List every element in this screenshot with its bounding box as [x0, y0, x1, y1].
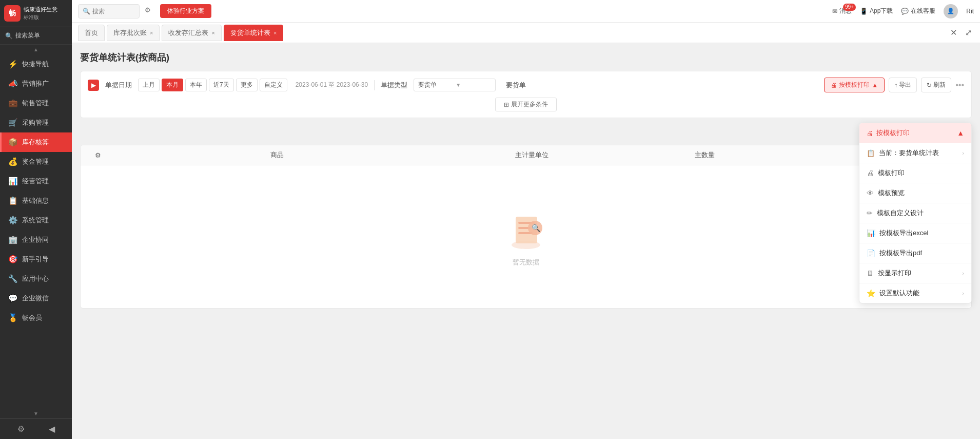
nav-label-system: 系统管理	[22, 216, 49, 225]
topbar-search-box[interactable]: 🔍	[78, 4, 140, 18]
th-quantity: 主数量	[618, 150, 791, 160]
dropdown-display-print[interactable]: 🖥 按显示打印 ›	[859, 263, 971, 283]
dropdown-template-print[interactable]: 🖨 模板打印	[859, 163, 971, 183]
current-template-arrow: ›	[962, 150, 964, 156]
sidebar-item-inventory[interactable]: 📦 库存核算	[0, 132, 72, 152]
dropdown-template-custom[interactable]: ✏ 模板自定义设计	[859, 203, 971, 223]
nav-label-marketing: 营销推广	[22, 79, 49, 88]
expand-more-btn[interactable]: ⊞ 展开更多条件	[495, 98, 557, 111]
filter-expand-btn[interactable]: ▶	[88, 80, 99, 91]
date-option-last-7days[interactable]: 近7天	[209, 79, 234, 91]
search-input[interactable]	[92, 8, 133, 15]
tab-inventory-batch[interactable]: 库存批次账×	[107, 25, 160, 41]
tabs-bar-actions: ✕ ⤢	[948, 26, 974, 40]
customer-service-btn[interactable]: 💬 在线客服	[901, 7, 935, 15]
nav-label-purchase: 采购管理	[22, 118, 49, 127]
tab-close-order-stat[interactable]: ×	[273, 30, 277, 36]
dropdown-current-item[interactable]: 📋 当前：要货单统计表 ›	[859, 143, 971, 163]
nav-label-enterprise: 企业协同	[22, 235, 49, 244]
filter-more-row: ⊞ 展开更多条件	[88, 98, 964, 111]
nav-icon-purchase: 🛒	[8, 118, 18, 127]
sidebar-scroll-up[interactable]: ▲	[0, 45, 72, 54]
date-option-current-month[interactable]: 本月	[162, 79, 183, 91]
default-func-arrow: ›	[962, 290, 964, 296]
filter-bar: ▶ 单据日期 上月本月本年近7天更多自定义 2023-06-01 至 2023-…	[80, 71, 972, 118]
nav-label-sales: 销售管理	[22, 99, 49, 108]
print-icon: 🖨	[831, 82, 837, 89]
order-type-select[interactable]: 要货单 ▼	[414, 79, 496, 91]
th-unit: 主计量单位	[446, 150, 619, 160]
dropdown-template-export-excel[interactable]: 📊 按模板导出excel	[859, 223, 971, 243]
tab-label-home: 首页	[85, 28, 98, 37]
settings-icon[interactable]: ⚙	[17, 424, 25, 434]
avatar[interactable]: 👤	[944, 4, 958, 18]
nav-label-basic: 基础信息	[22, 196, 49, 205]
date-option-last-month[interactable]: 上月	[138, 79, 160, 91]
dropdown-close-btn[interactable]: ▲	[957, 129, 964, 137]
tab-receipt-summary[interactable]: 收发存汇总表×	[162, 25, 221, 41]
sidebar-item-newcomer[interactable]: 🎯 新手引导	[0, 250, 72, 269]
sidebar-item-sales[interactable]: 💼 销售管理	[0, 93, 72, 113]
message-btn[interactable]: ✉ 消息 99+	[832, 7, 852, 15]
print-header-icon: 🖨	[867, 129, 873, 137]
sidebar-item-finance[interactable]: 💰 资金管理	[0, 152, 72, 171]
refresh-btn[interactable]: ↻ 刷新	[921, 78, 951, 92]
select-arrow-icon: ▼	[456, 82, 491, 88]
nav-icon-basic: 📋	[8, 196, 18, 205]
dropdown-template-export-pdf[interactable]: 📄 按模板导出pdf	[859, 243, 971, 263]
tabs-container: 首页库存批次账×收发存汇总表×要货单统计表×	[78, 25, 283, 41]
template-preview-icon: 👁	[867, 189, 874, 197]
tab-label-receipt-summary: 收发存汇总表	[168, 28, 208, 37]
sidebar-item-wechat[interactable]: 💬 企业微信	[0, 289, 72, 308]
sidebar-item-marketing[interactable]: 📣 营销推广	[0, 74, 72, 93]
nav-icon-system: ⚙️	[8, 216, 18, 225]
dropdown-template-preview[interactable]: 👁 模板预览	[859, 183, 971, 203]
tab-label-inventory-batch: 库存批次账	[113, 28, 147, 37]
tab-close-receipt-summary[interactable]: ×	[211, 30, 214, 36]
app-download-btn[interactable]: 📱 App下载	[860, 7, 893, 15]
tab-home[interactable]: 首页	[78, 25, 105, 41]
filter-row: ▶ 单据日期 上月本月本年近7天更多自定义 2023-06-01 至 2023-…	[88, 78, 964, 92]
sidebar-nav: ⚡ 快捷导航 📣 营销推广 💼 销售管理 🛒 采购管理 📦 库存核算 💰 资金管…	[0, 54, 72, 409]
filter-separator	[374, 80, 375, 90]
sidebar-item-basic[interactable]: 📋 基础信息	[0, 191, 72, 211]
more-options-btn[interactable]: •••	[955, 81, 964, 90]
nav-icon-quick-nav: ⚡	[8, 60, 18, 69]
empty-illustration: 🔍	[500, 206, 552, 258]
dropdown-default-func[interactable]: ⭐ 设置默认功能 ›	[859, 283, 971, 303]
topbar-settings-icon[interactable]: ⚙	[145, 6, 155, 16]
main-area: 🔍 ⚙ 体验行业方案 ✉ 消息 99+ 📱 App下载 💬 在线客服 👤 Rit	[72, 0, 980, 439]
maximize-btn[interactable]: ⤢	[963, 26, 974, 40]
sidebar-scroll-down[interactable]: ▼	[0, 409, 72, 418]
export-btn[interactable]: ↑ 导出	[889, 78, 917, 92]
date-option-more[interactable]: 更多	[236, 79, 258, 91]
nav-label-finance: 资金管理	[22, 157, 49, 166]
action-buttons: 查询 设置	[80, 124, 972, 140]
logo-icon: 畅	[4, 5, 21, 22]
page-title: 要货单统计表(按商品)	[80, 51, 972, 64]
nav-icon-member: 🏅	[8, 313, 18, 322]
date-option-current-year[interactable]: 本年	[185, 79, 207, 91]
sidebar-item-member[interactable]: 🏅 畅会员	[0, 308, 72, 328]
sidebar-search[interactable]: 🔍 搜索菜单	[0, 27, 72, 45]
nav-label-operation: 经营管理	[22, 177, 49, 186]
tab-close-inventory-batch[interactable]: ×	[150, 30, 153, 36]
sidebar-item-purchase[interactable]: 🛒 采购管理	[0, 113, 72, 132]
tab-order-stat[interactable]: 要货单统计表×	[224, 25, 283, 41]
sidebar-item-system[interactable]: ⚙️ 系统管理	[0, 211, 72, 230]
table-header: ⚙ 商品 主计量单位 主数量 零售金额	[81, 145, 971, 165]
sidebar-item-appstore[interactable]: 🔧 应用中心	[0, 269, 72, 289]
experience-btn[interactable]: 体验行业方案	[160, 4, 211, 18]
nav-label-appstore: 应用中心	[22, 274, 49, 283]
nav-label-member: 畅会员	[22, 313, 42, 322]
topbar-right-actions: ✉ 消息 99+ 📱 App下载 💬 在线客服 👤 Rit	[832, 4, 974, 18]
date-option-custom[interactable]: 自定义	[260, 79, 287, 91]
sidebar-item-operation[interactable]: 📊 经营管理	[0, 171, 72, 191]
topbar: 🔍 ⚙ 体验行业方案 ✉ 消息 99+ 📱 App下载 💬 在线客服 👤 Rit	[72, 0, 980, 23]
print-template-btn[interactable]: 🖨 按模板打印 ▲	[824, 78, 885, 92]
default-func-icon: ⭐	[867, 289, 875, 297]
sidebar-item-enterprise[interactable]: 🏢 企业协同	[0, 230, 72, 250]
sidebar-item-quick-nav[interactable]: ⚡ 快捷导航	[0, 54, 72, 74]
collapse-icon[interactable]: ◀	[49, 424, 55, 434]
close-tab-btn[interactable]: ✕	[948, 26, 959, 40]
